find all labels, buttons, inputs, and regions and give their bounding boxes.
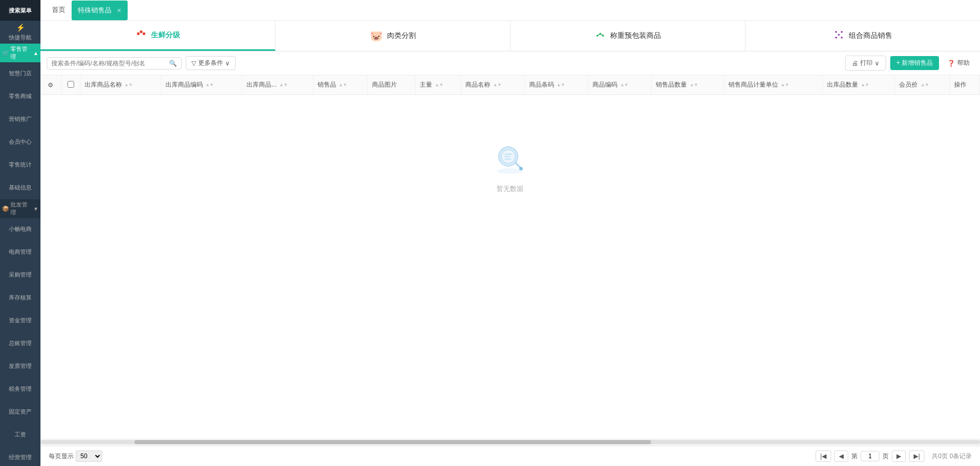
svg-point-9 <box>841 31 843 33</box>
zhihuimendian-label: 智慧门店 <box>9 70 32 77</box>
col-sales-unit[interactable]: 销售商品计量单位 ▲▼ <box>724 75 822 95</box>
last-page-button[interactable]: ▶| <box>909 450 924 462</box>
page-unit: 页 <box>882 452 889 461</box>
topnav: 首页 特殊销售品 ✕ <box>40 0 980 21</box>
cat-tab-chengzhong[interactable]: 称重预包装商品 <box>510 21 746 51</box>
pifa-label: 批发管理 <box>10 201 32 216</box>
col-main-qty[interactable]: 主量 ▲▼ <box>416 75 461 95</box>
col-goods-code-label: 商品编码 <box>592 81 617 88</box>
scrollbar-area[interactable] <box>40 438 980 446</box>
main-content: 首页 特殊销售品 ✕ 生鲜分级 🐷 <box>40 0 980 466</box>
sidebar-item-zijin[interactable]: 资金管理 <box>0 309 40 332</box>
scrollbar-thumb[interactable] <box>134 440 651 444</box>
dianshang-label: 电商管理 <box>9 248 32 256</box>
add-button[interactable]: + 新增销售品 <box>890 56 939 70</box>
sidebar-item-gongzi[interactable]: 工资 <box>0 423 40 446</box>
prev-page-button[interactable]: ◀ <box>834 450 848 462</box>
help-button[interactable]: ❓ 帮助 <box>943 56 974 70</box>
sort-arrows-barcode: ▲▼ <box>557 83 565 87</box>
col-sales-qty[interactable]: 销售品数量 ▲▼ <box>652 75 724 95</box>
sidebar-logo[interactable]: 搜索菜单 <box>0 0 40 21</box>
col-goods-name-label: 商品名称 <box>465 81 490 88</box>
col-chuku-ellipsis[interactable]: 出库商品... ▲▼ <box>242 75 313 95</box>
sidebar-item-zhihuimendian[interactable]: 智慧门店 <box>0 62 40 85</box>
sidebar-item-shuiwu[interactable]: 税务管理 <box>0 378 40 401</box>
print-icon: 🖨 <box>852 60 858 67</box>
sort-arrows-chuku-qty: ▲▼ <box>861 83 869 87</box>
table-wrapper: ⚙ 出库商品名称 ▲▼ 出库商品编码 ▲▼ 出库 <box>40 75 980 438</box>
col-barcode-label: 商品条码 <box>529 81 554 88</box>
table-header-row: ⚙ 出库商品名称 ▲▼ 出库商品编码 ▲▼ 出库 <box>40 75 980 95</box>
cat-tab-shengxen[interactable]: 生鲜分级 <box>40 21 275 51</box>
sidebar-item-yingxiao[interactable]: 营销推广 <box>0 108 40 131</box>
sidebar-item-xiaochang[interactable]: 小畅电商 <box>0 218 40 241</box>
sidebar-item-lingshoucheng[interactable]: 零售商城 <box>0 85 40 108</box>
empty-text: 暂无数据 <box>496 184 523 194</box>
col-chuku-qty[interactable]: 出库品数量 ▲▼ <box>823 75 895 95</box>
special-sales-tab[interactable]: 特殊销售品 ✕ <box>72 1 128 20</box>
sidebar-item-jingying[interactable]: 经营管理 <box>0 446 40 466</box>
sidebar-item-pifa[interactable]: 📦 批发管理 ▼ <box>0 199 40 218</box>
zuhe-label: 组合商品销售 <box>849 31 892 40</box>
sidebar-item-fapiao[interactable]: 发票管理 <box>0 355 40 378</box>
home-tab-label: 首页 <box>52 6 65 13</box>
filter-label: 更多条件 <box>198 59 223 67</box>
kuaijie-label: 快捷导航 <box>9 34 32 42</box>
logo-text: 搜索菜单 <box>9 7 32 15</box>
col-sales-item[interactable]: 销售品 ▲▼ <box>313 75 367 95</box>
select-all-checkbox[interactable] <box>67 81 74 88</box>
col-action: 操作 <box>949 75 979 95</box>
per-page-select[interactable]: 10 20 50 100 <box>76 450 102 462</box>
search-input[interactable] <box>51 60 167 67</box>
per-page-label: 每页显示 <box>49 452 74 461</box>
sidebar-item-kuaijie[interactable]: ⚡ 快捷导航 <box>0 21 40 44</box>
sidebar-item-jichuxinxi[interactable]: 基础信息 <box>0 176 40 199</box>
page-label: 第 <box>851 452 858 461</box>
sidebar-item-dianshang[interactable]: 电商管理 <box>0 241 40 264</box>
home-tab[interactable]: 首页 <box>46 0 72 21</box>
sidebar-item-gudingzichan[interactable]: 固定资产 <box>0 401 40 423</box>
filter-button[interactable]: ▽ 更多条件 ∨ <box>186 56 236 70</box>
col-sales-qty-label: 销售品数量 <box>656 81 687 88</box>
sidebar-item-caigou[interactable]: 采购管理 <box>0 264 40 286</box>
sidebar-item-lingshoutongji[interactable]: 零售统计 <box>0 154 40 176</box>
special-sales-tab-label: 特殊销售品 <box>78 6 112 14</box>
kucun-label: 库存核算 <box>9 294 32 301</box>
sidebar-item-zongzhang[interactable]: 总账管理 <box>0 332 40 355</box>
next-page-button[interactable]: ▶ <box>892 450 906 462</box>
svg-point-11 <box>841 36 843 38</box>
page-input[interactable] <box>861 451 879 461</box>
svg-point-12 <box>838 34 840 36</box>
col-chuku-code[interactable]: 出库商品编码 ▲▼ <box>161 75 242 95</box>
cat-tab-zuhe[interactable]: 组合商品销售 <box>746 21 980 51</box>
first-page-button[interactable]: |◀ <box>816 450 831 462</box>
col-member-price[interactable]: 会员价 ▲▼ <box>895 75 949 95</box>
search-box[interactable]: 🔍 <box>47 57 182 70</box>
shengxen-icon <box>135 28 147 42</box>
sidebar-item-kucun[interactable]: 库存核算 <box>0 286 40 309</box>
content-area: 生鲜分级 🐷 肉类分割 称重预包装商品 <box>40 21 980 466</box>
sort-arrows-goods-code: ▲▼ <box>620 83 628 87</box>
close-tab-icon[interactable]: ✕ <box>117 7 121 13</box>
print-button[interactable]: 🖨 打印 ∨ <box>845 56 886 71</box>
col-goods-name[interactable]: 商品名称 ▲▼ <box>461 75 524 95</box>
col-barcode[interactable]: 商品条码 ▲▼ <box>524 75 588 95</box>
col-chuku-name[interactable]: 出库商品名称 ▲▼ <box>80 75 161 95</box>
cat-tab-roulei[interactable]: 🐷 肉类分割 <box>275 21 510 51</box>
col-checkbox[interactable] <box>61 75 80 95</box>
empty-state: 暂无数据 <box>40 95 980 235</box>
filter-arrow-icon: ∨ <box>225 60 230 67</box>
page-total: 共0页 0条记录 <box>932 452 972 461</box>
lingshoutongji-label: 零售统计 <box>9 161 32 169</box>
col-settings[interactable]: ⚙ <box>40 75 61 95</box>
col-chuku-name-label: 出库商品名称 <box>85 81 122 88</box>
sidebar-item-huiyuan[interactable]: 会员中心 <box>0 131 40 154</box>
sidebar-item-lingshoul[interactable]: 🛒 零售管理 ▲ <box>0 44 40 62</box>
col-goods-code[interactable]: 商品编码 ▲▼ <box>588 75 652 95</box>
col-chuku-code-label: 出库商品编码 <box>165 81 203 88</box>
zongzhang-label: 总账管理 <box>9 339 32 347</box>
gudingzichan-label: 固定资产 <box>9 408 32 416</box>
svg-line-7 <box>600 34 603 36</box>
fapiao-label: 发票管理 <box>9 362 32 370</box>
svg-point-0 <box>137 32 140 35</box>
